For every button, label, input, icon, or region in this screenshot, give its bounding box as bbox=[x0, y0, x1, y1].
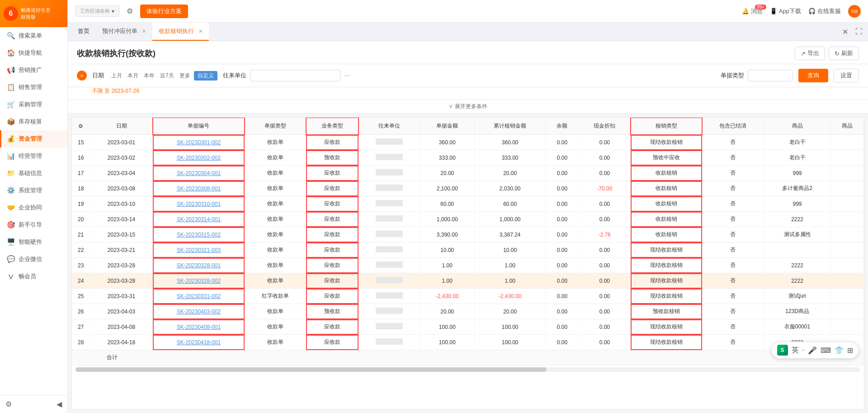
sidebar-item-member[interactable]: V畅会员 bbox=[0, 268, 67, 285]
this-year-link[interactable]: 本年 bbox=[142, 71, 156, 81]
col-goods1: 商品 bbox=[764, 118, 830, 135]
close-prepay-tab-icon[interactable]: ✕ bbox=[142, 28, 146, 34]
chevron-down-icon: ▾ bbox=[112, 8, 114, 14]
cell-doc-no: SK-20230310-001 bbox=[153, 196, 245, 212]
sidebar-item-finance[interactable]: 💰资金管理 bbox=[0, 130, 67, 147]
doc-no-link[interactable]: SK-20230315-002 bbox=[177, 232, 221, 238]
doc-no-link[interactable]: SK-20230321-003 bbox=[177, 247, 221, 253]
query-button[interactable]: 查询 bbox=[798, 69, 828, 82]
sidebar-item-sales[interactable]: 📋销售管理 bbox=[0, 79, 67, 96]
cell-goods1: 老白干 bbox=[764, 150, 830, 166]
custom-date-button[interactable]: 自定义 bbox=[194, 71, 217, 81]
sidebar-item-operation[interactable]: 📊经营管理 bbox=[0, 147, 67, 165]
cell-writeoff-type: 现结收款核销 bbox=[631, 289, 702, 304]
tab-receipt-writeoff[interactable]: 收款核销执行 ✕ bbox=[152, 23, 209, 41]
cell-no: 26 bbox=[72, 304, 90, 319]
sidebar-item-enterprise[interactable]: 🤝企业协同 bbox=[0, 199, 67, 216]
maximize-icon[interactable]: ⛶ bbox=[854, 28, 864, 36]
doc-no-link[interactable]: SK-20230302-002 bbox=[177, 155, 221, 161]
col-setting[interactable]: ⚙ bbox=[72, 118, 90, 135]
date-options: 上月 本月 本年 近7天 更多 自定义 bbox=[109, 71, 217, 81]
last7-link[interactable]: 近7天 bbox=[158, 71, 176, 81]
sidebar-label-hardware: 智能硬件 bbox=[19, 238, 42, 246]
tab-home[interactable]: 首页 bbox=[71, 23, 96, 41]
collapse-icon[interactable]: ◀ bbox=[57, 400, 62, 408]
user-avatar[interactable]: Rit bbox=[848, 5, 861, 18]
refresh-button[interactable]: ↻ 刷新 bbox=[829, 47, 859, 60]
sidebar-label-operation: 经营管理 bbox=[19, 152, 42, 160]
float-shirt-icon[interactable]: 👕 bbox=[835, 346, 844, 355]
cell-biz-type: 应收款 bbox=[306, 181, 358, 196]
sidebar-label-enterprise: 企业协同 bbox=[19, 204, 42, 212]
doc-no-link[interactable]: SK-20230331-002 bbox=[177, 293, 221, 299]
solution-button[interactable]: 体验行业方案 bbox=[140, 5, 188, 18]
float-mic-icon[interactable]: 🎤 bbox=[808, 346, 817, 355]
doc-no-link[interactable]: SK-20230328-002 bbox=[177, 278, 221, 284]
cell-writeoff: 3,387.24 bbox=[474, 227, 546, 242]
more-link[interactable]: 更多 bbox=[178, 71, 192, 81]
cell-partner bbox=[359, 212, 420, 227]
export-button[interactable]: ↗ 导出 bbox=[795, 47, 825, 60]
app-download-link[interactable]: 📱 App下载 bbox=[770, 7, 801, 15]
doc-no-link[interactable]: SK-20230328-001 bbox=[177, 262, 221, 269]
expand-conditions-bar[interactable]: ∨ 展开更多条件 bbox=[68, 100, 868, 114]
voucher-type-select[interactable] bbox=[748, 70, 793, 81]
doc-no-link[interactable]: SK-20230304-001 bbox=[177, 170, 221, 176]
doc-no-link[interactable]: SK-20230403-002 bbox=[177, 309, 221, 315]
last-month-link[interactable]: 上月 bbox=[109, 71, 124, 81]
sidebar-item-quick-nav[interactable]: 🏠快捷导航 bbox=[0, 44, 67, 62]
sidebar-item-hardware[interactable]: 🖥️智能硬件 bbox=[0, 233, 67, 251]
doc-no-link[interactable]: SK-20230308-001 bbox=[177, 185, 221, 192]
doc-no-link[interactable]: SK-20230408-001 bbox=[177, 324, 221, 330]
doc-no-link[interactable]: SK-20230310-001 bbox=[177, 201, 221, 207]
cell-date: 2023-03-01 bbox=[90, 135, 153, 150]
filter-toggle-button[interactable]: » bbox=[77, 71, 87, 81]
col-biz-type: 业务类型 bbox=[306, 118, 358, 135]
cell-doc-no: SK-20230403-002 bbox=[153, 304, 245, 319]
sidebar-item-wechat[interactable]: 💬企业微信 bbox=[0, 251, 67, 268]
cell-no: 15 bbox=[72, 135, 90, 150]
sidebar-icon-guide: 🎯 bbox=[7, 221, 15, 229]
doc-no-link[interactable]: SK-20230314-001 bbox=[177, 216, 221, 223]
cell-goods1: 2222 bbox=[764, 273, 830, 289]
cell-goods2 bbox=[831, 304, 864, 319]
cell-writeoff: 100.00 bbox=[474, 319, 546, 335]
sidebar-item-system[interactable]: ⚙️系统管理 bbox=[0, 182, 67, 199]
close-window-icon[interactable]: ✕ bbox=[840, 28, 850, 36]
workspace-selector[interactable]: 工作区域名称 ▾ bbox=[75, 5, 119, 17]
float-keyboard-icon[interactable]: ⌨ bbox=[821, 346, 831, 355]
cell-writeoff: 20.00 bbox=[474, 304, 546, 319]
filter-settings-button[interactable]: 设置 bbox=[834, 69, 859, 82]
sidebar-icon-operation: 📊 bbox=[7, 152, 15, 160]
float-text-icon[interactable]: 英 bbox=[792, 346, 799, 355]
sidebar-item-guide[interactable]: 🎯新手引导 bbox=[0, 216, 67, 233]
sidebar-item-inventory[interactable]: 📦库存核算 bbox=[0, 113, 67, 130]
cell-biz-type: 应收款 bbox=[306, 242, 358, 258]
sidebar-item-search-menu[interactable]: 🔍搜索菜单 bbox=[0, 27, 67, 44]
doc-no-link[interactable]: SK-20230418-001 bbox=[177, 339, 221, 346]
online-service-link[interactable]: 🎧 在线客服 bbox=[808, 7, 841, 15]
sidebar-item-purchase[interactable]: 🛒采购管理 bbox=[0, 96, 67, 113]
gear-icon[interactable]: ⚙ bbox=[127, 7, 133, 15]
cell-discount: 0.00 bbox=[579, 335, 631, 350]
sidebar-item-basic[interactable]: 📁基础信息 bbox=[0, 165, 67, 182]
partner-input[interactable] bbox=[250, 70, 340, 81]
close-receipt-tab-icon[interactable]: ✕ bbox=[198, 28, 203, 34]
more-options-icon[interactable]: ··· bbox=[344, 71, 350, 80]
cell-doc-no: SK-20230302-002 bbox=[153, 150, 245, 166]
this-month-link[interactable]: 本月 bbox=[126, 71, 140, 81]
tab-prepay-invoice[interactable]: 预付冲应付单 ✕ bbox=[96, 23, 152, 41]
notification-count: 99+ bbox=[755, 5, 766, 9]
float-grid-icon[interactable]: ⊞ bbox=[847, 346, 853, 355]
doc-no-link[interactable]: SK-20230301-002 bbox=[177, 139, 221, 146]
footer-values bbox=[153, 350, 864, 366]
cell-writeoff: 20.00 bbox=[474, 166, 546, 181]
settings-icon[interactable]: ⚙ bbox=[5, 400, 12, 408]
cell-discount: 0.00 bbox=[579, 304, 631, 319]
notification-bell[interactable]: 🔔 消息 99+ bbox=[742, 7, 763, 15]
sidebar-item-marketing[interactable]: 📢营销推广 bbox=[0, 62, 67, 79]
cell-amount: 100.00 bbox=[420, 319, 474, 335]
sidebar-icon-purchase: 🛒 bbox=[7, 100, 15, 109]
cell-balance: 0.00 bbox=[546, 135, 579, 150]
cell-writeoff-type: 收款核销 bbox=[631, 227, 702, 242]
